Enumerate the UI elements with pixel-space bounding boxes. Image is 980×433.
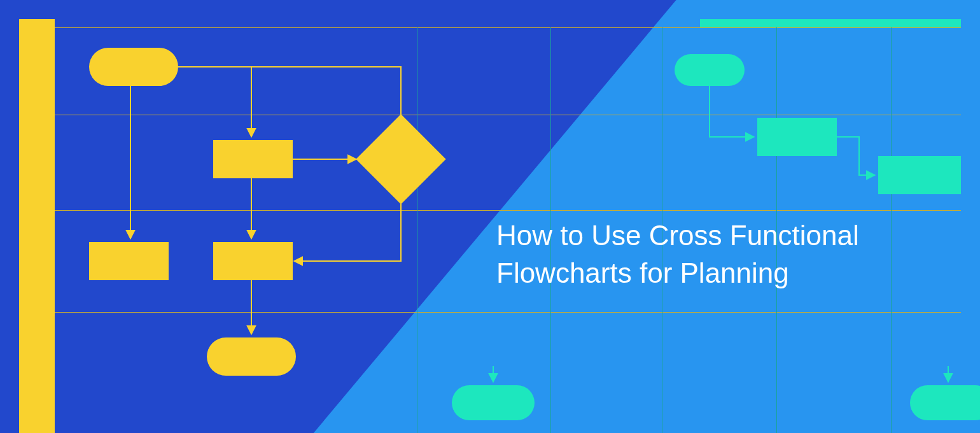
flowchart-terminator-green-2 <box>452 385 535 420</box>
hero-diagram-canvas: How to Use Cross Functional Flowcharts f… <box>0 0 980 433</box>
hero-heading: How to Use Cross Functional Flowcharts f… <box>496 216 859 292</box>
flowchart-process-2 <box>89 242 169 280</box>
column-divider <box>417 27 417 433</box>
flowchart-process-green-2 <box>878 156 961 194</box>
lane-divider <box>55 312 961 313</box>
flowchart-decision-icon <box>356 114 445 204</box>
lane-divider <box>55 115 961 115</box>
hero-heading-line-1: How to Use Cross Functional <box>496 216 859 254</box>
lane-divider <box>55 210 961 211</box>
flowchart-terminator-green-3 <box>910 385 980 420</box>
flowchart-terminator-green-1 <box>675 54 745 86</box>
hero-heading-line-2: Flowcharts for Planning <box>496 254 859 292</box>
column-divider <box>891 27 892 433</box>
lane-divider <box>55 27 961 28</box>
flowchart-terminator-start <box>89 48 178 86</box>
flowchart-process-green-1 <box>757 118 837 156</box>
flowchart-process-3 <box>213 242 293 280</box>
swimlane-header-column <box>19 19 55 433</box>
flowchart-terminator-end <box>207 337 296 376</box>
swimlane-header-row-green <box>700 19 961 27</box>
flowchart-process-1 <box>213 140 293 178</box>
